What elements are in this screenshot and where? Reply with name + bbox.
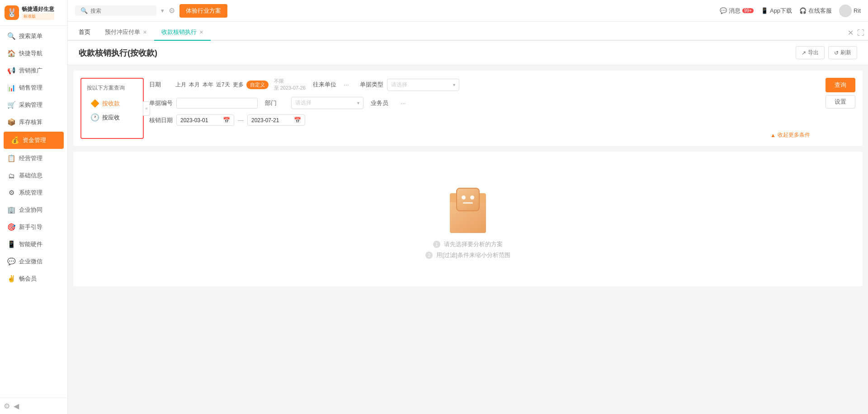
doc-type-select[interactable]: 请选择 ▾ <box>387 79 459 91</box>
sidebar-item-corp[interactable]: 🏢 企业协同 <box>0 201 67 219</box>
filter-option-receipt[interactable]: 🔶 按收款 <box>87 96 137 110</box>
empty-step-1: 1 请先选择要分析的方案 <box>433 240 503 248</box>
filter-settings-btn[interactable]: 设置 <box>826 95 855 109</box>
doc-num-input[interactable] <box>176 98 258 109</box>
building-icon: 🏢 <box>7 206 15 214</box>
date-this-month[interactable]: 本月 <box>189 81 200 89</box>
settings-header-icon[interactable]: ⚙ <box>169 6 175 15</box>
online-service-btn[interactable]: 🎧 在线客服 <box>799 7 832 15</box>
page-header-actions: ↗ 导出 ↺ 刷新 <box>796 46 857 59</box>
filter-form-wrapper: 日期 上月 本月 本年 近7天 更多 自定义 不限 至 <box>149 78 855 139</box>
sidebar-item-base[interactable]: 🗂 基础信息 <box>0 167 67 184</box>
sidebar-item-quicknav[interactable]: 🏠 快捷导航 <box>0 45 67 62</box>
sidebar-item-member[interactable]: ✌ 畅会员 <box>0 270 67 287</box>
sidebar-logo: 🐰 畅捷通好生意 标准版 <box>0 0 67 26</box>
user-profile[interactable]: Rit <box>839 5 861 17</box>
counterpart-field: 往来单位 ··· <box>313 79 353 90</box>
filter-panel: 按以下方案查询 🔶 按收款 🕐 按应收 « 日期 <box>73 71 863 146</box>
sidebar: 🐰 畅捷通好生意 标准版 🔍 搜索菜单 🏠 快捷导航 📢 营销推广 📊 销售管理… <box>0 0 68 414</box>
download-icon: 📱 <box>761 7 768 14</box>
sidebar-item-inventory[interactable]: 📦 库存核算 <box>0 114 67 131</box>
sidebar-item-search[interactable]: 🔍 搜索菜单 <box>0 28 67 45</box>
megaphone-icon: 📢 <box>7 67 15 75</box>
date-last-month[interactable]: 上月 <box>175 81 186 89</box>
search-icon: 🔍 <box>80 7 88 14</box>
robot-eye-left <box>462 195 466 200</box>
date-custom[interactable]: 自定义 <box>246 81 269 89</box>
app-download-btn[interactable]: 📱 App下载 <box>761 7 792 15</box>
query-btn[interactable]: 查询 <box>826 78 855 92</box>
chat-icon: 💬 <box>7 257 15 266</box>
search-dropdown-icon[interactable]: ▾ <box>161 7 164 14</box>
folder-icon: 🗂 <box>7 172 15 180</box>
refresh-btn[interactable]: ↺ 刷新 <box>828 46 857 59</box>
dept-field: 部门 请选择 ▾ <box>265 97 363 109</box>
money-icon: 💰 <box>11 136 19 144</box>
verify-date-end-wrapper[interactable]: 📅 <box>247 114 305 126</box>
empty-step-2: 2 用[过滤]条件来缩小分析范围 <box>425 251 510 259</box>
staff-ellipsis[interactable]: ··· <box>397 98 410 109</box>
receipt-filter-icon: 🔶 <box>90 99 99 108</box>
messages-btn[interactable]: 💬 消息 99+ <box>720 7 754 15</box>
tab-prepay[interactable]: 预付冲应付单 ✕ <box>98 24 154 41</box>
tab-home[interactable]: 首页 <box>71 24 98 41</box>
export-icon: ↗ <box>802 50 806 56</box>
search-icon: 🔍 <box>7 32 15 40</box>
member-icon: ✌ <box>7 275 15 283</box>
verify-date-start-input[interactable] <box>180 117 221 124</box>
refresh-icon: ↺ <box>834 50 839 56</box>
page-area: 收款核销执行(按收款) ↗ 导出 ↺ 刷新 按以下方案查询 🔶 按收款 <box>68 41 868 414</box>
close-tab-icon[interactable]: ✕ <box>848 29 854 37</box>
tab-receipt[interactable]: 收款核销执行 ✕ <box>154 24 211 41</box>
top-header: 🔍 ▾ ⚙ 体验行业方案 💬 消息 99+ 📱 App下载 🎧 在线客服 Rit <box>68 0 868 22</box>
close-prepay-tab[interactable]: ✕ <box>143 29 147 35</box>
message-icon: 💬 <box>720 7 727 14</box>
close-receipt-tab[interactable]: ✕ <box>199 29 203 35</box>
sidebar-item-biz[interactable]: 📋 经营管理 <box>0 150 67 167</box>
robot-mouth <box>463 202 473 204</box>
end-calendar-icon[interactable]: 📅 <box>294 117 301 124</box>
doc-num-field: 单据编号 <box>149 98 258 109</box>
sidebar-item-marketing[interactable]: 📢 营销推广 <box>0 62 67 79</box>
start-calendar-icon[interactable]: 📅 <box>223 117 230 124</box>
filter-left-title: 按以下方案查询 <box>87 84 137 92</box>
sidebar-item-system[interactable]: ⚙ 系统管理 <box>0 184 67 201</box>
dept-select[interactable]: 请选择 ▾ <box>291 97 363 109</box>
step2-num: 2 <box>425 252 433 259</box>
sidebar-item-finance[interactable]: 💰 资金管理 <box>4 132 64 149</box>
maximize-tab-icon[interactable]: ⛶ <box>857 29 864 37</box>
filter-option-receivable[interactable]: 🕐 按应收 <box>87 110 137 124</box>
empty-robot-face <box>456 188 480 211</box>
sidebar-item-weixin[interactable]: 💬 企业微信 <box>0 253 67 270</box>
sidebar-item-guide[interactable]: 🎯 新手引导 <box>0 219 67 236</box>
verify-date-field: 核销日期 📅 — 📅 <box>149 114 305 126</box>
filter-form: 日期 上月 本月 本年 近7天 更多 自定义 不限 至 <box>149 78 855 139</box>
home-icon: 🏠 <box>7 49 15 57</box>
collapse-up-icon: ▲ <box>770 132 776 138</box>
sidebar-item-sales[interactable]: 📊 销售管理 <box>0 79 67 96</box>
verify-date-end-input[interactable] <box>251 117 292 124</box>
chart-icon: 📊 <box>7 84 15 92</box>
date-more[interactable]: 更多 <box>233 81 244 89</box>
filter-row-1: 日期 上月 本月 本年 近7天 更多 自定义 不限 至 <box>149 78 810 91</box>
date-last-7days[interactable]: 近7天 <box>216 81 230 89</box>
export-btn[interactable]: ↗ 导出 <box>796 46 825 59</box>
industry-btn[interactable]: 体验行业方案 <box>179 4 227 18</box>
counterpart-ellipsis[interactable]: ··· <box>340 79 353 90</box>
empty-state: 1 请先选择要分析的方案 2 用[过滤]条件来缩小分析范围 <box>73 152 863 286</box>
clipboard-icon: 📋 <box>7 154 15 162</box>
doc-type-dropdown-icon: ▾ <box>453 82 455 87</box>
staff-field: 业务员 ··· <box>371 98 410 109</box>
collapse-more-btn[interactable]: ▲ 收起更多条件 <box>770 131 810 139</box>
date-this-year[interactable]: 本年 <box>203 81 213 89</box>
settings-footer-icon[interactable]: ⚙ <box>4 402 10 410</box>
header-search-box[interactable]: 🔍 <box>75 5 156 16</box>
sidebar-item-hardware[interactable]: 📱 智能硬件 <box>0 236 67 253</box>
sidebar-item-purchase[interactable]: 🛒 采购管理 <box>0 96 67 114</box>
verify-date-start-wrapper[interactable]: 📅 <box>176 114 234 126</box>
search-input[interactable] <box>90 8 145 14</box>
collapse-sidebar-icon[interactable]: ◀ <box>14 402 19 410</box>
doc-type-field: 单据类型 请选择 ▾ <box>360 79 459 91</box>
date-unlimit-text: 不限 至 2023-07-26 <box>274 78 306 91</box>
tab-bar-actions: ✕ ⛶ <box>848 29 864 40</box>
